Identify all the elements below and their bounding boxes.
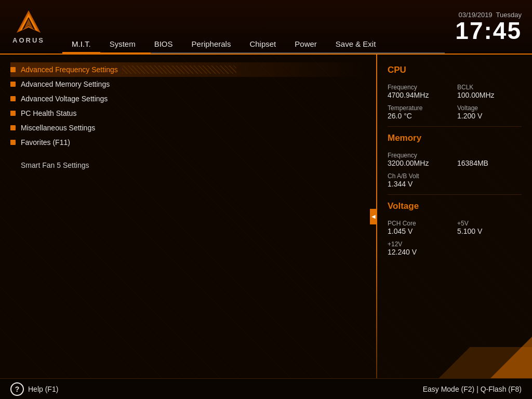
menu-label-advanced-frequency: Advanced Frequency Settings <box>21 65 118 74</box>
cpu-frequency-value: 4700.94MHz <box>388 91 452 99</box>
cpu-frequency-col: Frequency 4700.94MHz <box>388 81 452 99</box>
nav-tab-save-exit[interactable]: Save & Exit <box>326 35 385 52</box>
plus12v-value: 12.240 V <box>388 248 452 256</box>
memory-section-title: Memory <box>388 133 522 143</box>
menu-bullet-icon <box>10 125 16 130</box>
nav-tab-mit[interactable]: M.I.T. <box>62 35 100 52</box>
plain-menu-section: Smart Fan 5 Settings <box>10 158 366 172</box>
footer-right-actions: Easy Mode (F2) | Q-Flash (F8) <box>423 385 522 393</box>
voltage-section-title: Voltage <box>388 201 522 211</box>
memory-frequency-value: 3200.00MHz <box>388 159 452 167</box>
plus5v-col: +5V 5.100 V <box>457 217 522 235</box>
menu-label-pc-health: PC Health Status <box>21 109 76 117</box>
nav-tab-bios[interactable]: BIOS <box>145 35 182 52</box>
nav-tab-peripherals[interactable]: Peripherals <box>182 35 241 52</box>
memory-size-value: 16384MB <box>457 159 522 167</box>
cpu-section-title: CPU <box>388 65 522 75</box>
cpu-voltage-value: 1.200 V <box>457 112 522 120</box>
logo-area: AORUS <box>0 5 57 48</box>
menu-label-misc: Miscellaneous Settings <box>21 124 95 132</box>
menu-bullet-icon <box>10 140 16 145</box>
help-icon: ? <box>10 382 24 396</box>
cpu-voltage-label: Voltage <box>457 104 522 112</box>
memory-frequency-label: Frequency <box>388 152 452 159</box>
cpu-bclk-label: BCLK <box>457 84 522 91</box>
pch-core-label: PCH Core <box>388 220 452 227</box>
pch-core-value: 1.045 V <box>388 227 452 235</box>
footer: ? Help (F1) Easy Mode (F2) | Q-Flash (F8… <box>0 378 532 399</box>
collapse-panel-button[interactable]: ◀ <box>370 209 377 224</box>
nav-tab-power[interactable]: Power <box>285 35 326 52</box>
memory-ch-ab-value: 1.344 V <box>388 180 452 188</box>
nav-area: M.I.T. System BIOS Peripherals Chipset P… <box>57 0 445 54</box>
nav-tab-chipset[interactable]: Chipset <box>240 35 285 52</box>
main-content: Advanced Frequency Settings Advanced Mem… <box>0 55 532 378</box>
menu-item-advanced-frequency[interactable]: Advanced Frequency Settings <box>10 62 366 77</box>
footer-left: ? Help (F1) <box>10 382 58 396</box>
plus12v-label: +12V <box>388 241 452 248</box>
aorus-brand-text: AORUS <box>12 36 45 44</box>
corner-decoration <box>490 337 532 378</box>
menu-item-smart-fan[interactable]: Smart Fan 5 Settings <box>10 158 366 172</box>
plus5v-value: 5.100 V <box>457 227 522 235</box>
menu-item-pc-health[interactable]: PC Health Status <box>10 106 366 121</box>
plus5v-label: +5V <box>457 220 522 227</box>
menu-bullet-icon <box>10 82 16 87</box>
datetime-area: 03/19/2019 Tuesday 17:45 <box>445 7 532 47</box>
memory-frequency-col: Frequency 3200.00MHz <box>388 149 452 167</box>
header: AORUS M.I.T. System BIOS Peripherals Chi… <box>0 0 532 55</box>
nav-tab-system[interactable]: System <box>100 35 145 52</box>
cpu-temperature-value: 26.0 °C <box>388 112 452 120</box>
section-divider-2 <box>388 194 522 195</box>
menu-item-advanced-voltage[interactable]: Advanced Voltage Settings <box>10 91 366 106</box>
memory-size-col: 16384MB <box>457 149 522 167</box>
help-label[interactable]: Help (F1) <box>28 385 58 393</box>
cpu-bclk-value: 100.00MHz <box>457 91 522 99</box>
memory-size-label <box>457 152 522 159</box>
cpu-temp-col: Temperature 26.0 °C <box>388 101 452 120</box>
menu-item-favorites[interactable]: Favorites (F11) <box>10 135 366 150</box>
menu-label-advanced-memory: Advanced Memory Settings <box>21 80 110 88</box>
section-divider-1 <box>388 126 522 127</box>
nav-underline <box>62 52 445 54</box>
menu-bullet-icon <box>10 67 16 72</box>
menu-item-advanced-memory[interactable]: Advanced Memory Settings <box>10 77 366 91</box>
cpu-voltage-col: Voltage 1.200 V <box>457 101 522 120</box>
menu-item-misc[interactable]: Miscellaneous Settings <box>10 121 366 135</box>
plus12v-col: +12V 12.240 V <box>388 237 452 256</box>
stripe-decoration <box>122 65 236 74</box>
left-panel: Advanced Frequency Settings Advanced Mem… <box>0 55 376 378</box>
menu-bullet-icon <box>10 111 16 116</box>
memory-ch-ab-label: Ch A/B Volt <box>388 172 452 180</box>
memory-ch-ab-col: Ch A/B Volt 1.344 V <box>388 169 452 188</box>
memory-info-grid: Frequency 3200.00MHz 16384MB Ch A/B Volt… <box>388 149 522 188</box>
aorus-logo-icon <box>15 9 43 35</box>
pch-core-col: PCH Core 1.045 V <box>388 217 452 235</box>
menu-label-advanced-voltage: Advanced Voltage Settings <box>21 95 108 103</box>
cpu-info-grid: Frequency 4700.94MHz BCLK 100.00MHz Temp… <box>388 81 522 120</box>
cpu-bclk-col: BCLK 100.00MHz <box>457 81 522 99</box>
time-display: 17:45 <box>455 19 522 43</box>
cpu-frequency-label: Frequency <box>388 84 452 91</box>
nav-tabs: M.I.T. System BIOS Peripherals Chipset P… <box>57 35 445 52</box>
cpu-temperature-label: Temperature <box>388 104 452 112</box>
menu-bullet-icon <box>10 96 16 101</box>
voltage-info-grid: PCH Core 1.045 V +5V 5.100 V +12V 12.240… <box>388 217 522 256</box>
right-panel: ◀ CPU Frequency 4700.94MHz BCLK 100.00MH… <box>376 55 532 378</box>
menu-label-favorites: Favorites (F11) <box>21 138 70 147</box>
